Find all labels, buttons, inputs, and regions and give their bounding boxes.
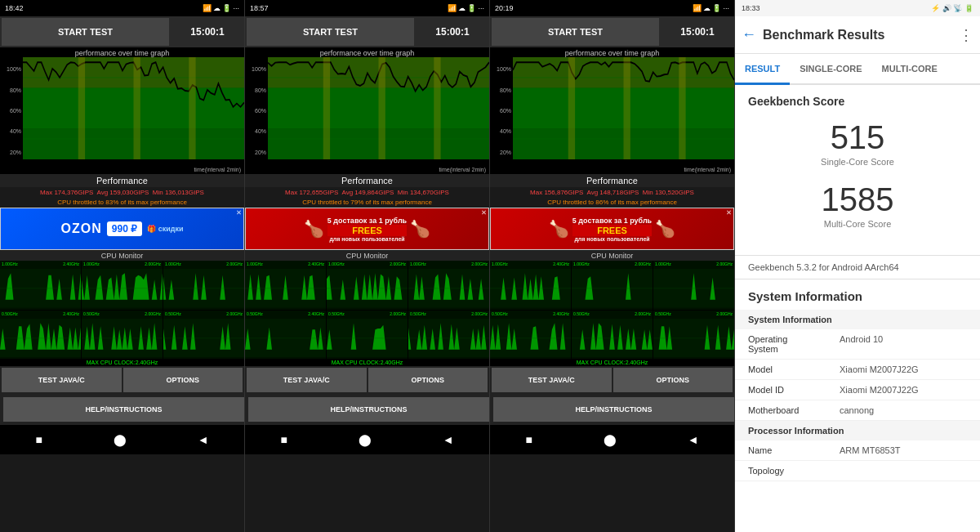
nav-back-icon[interactable]: ◄: [443, 433, 454, 446]
start-test-button[interactable]: START TEST: [247, 18, 414, 46]
cpu-graph-svg: [653, 319, 734, 358]
cpu-core-3: 0.50GHz 2.40GHz: [245, 311, 326, 360]
cpu-graph-svg: [408, 319, 489, 358]
back-button[interactable]: ←: [742, 26, 756, 43]
sys-info-val: ARM MT6853T: [833, 440, 980, 460]
cpu-core-label: 1.00GHz 2.00GHz: [328, 262, 406, 266]
tab-result[interactable]: RESULT: [735, 54, 790, 85]
cpu-core-label: 0.50GHz 2.00GHz: [328, 311, 406, 316]
tab-multi-core[interactable]: MULTI-CORE: [872, 54, 947, 85]
nav-stop-icon[interactable]: ■: [525, 433, 532, 446]
cpu-core-label: 0.50GHz 2.00GHz: [573, 311, 651, 316]
bottom-btns: TEST JAVA/C OPTIONS: [490, 366, 734, 394]
multi-core-score-item: 1585 Multi-Core Score: [748, 183, 967, 229]
perf-title: Performance: [0, 174, 244, 187]
y-label-100: 100%: [247, 66, 266, 72]
options-button[interactable]: OPTIONS: [613, 368, 733, 392]
nav-stop-icon[interactable]: ■: [280, 433, 287, 446]
ad-banner: 🍗 5 доставок за 1 рубль FREES для новых …: [245, 208, 489, 250]
cpu-grid: 1.00GHz 2.40GHz 1.00GHz 2.00GHz: [0, 261, 244, 359]
wifi-icon: 📶: [203, 4, 212, 12]
svg-rect-42: [568, 57, 575, 159]
test-java-button[interactable]: TEST JAVA/C: [492, 368, 612, 392]
perf-stats: Max 172,655GIPS Avg 149,864GIPS Min 134,…: [245, 187, 489, 198]
bench-status-bar: 18:33 ⚡ 🔊 📡 🔋: [735, 0, 980, 16]
throttle-info: CPU throttled to 83% of its max performa…: [0, 198, 244, 207]
cpu-graph-svg: [82, 269, 163, 308]
top-bar: START TEST 15:00:1: [245, 16, 489, 47]
test-java-button[interactable]: TEST JAVA/C: [2, 368, 122, 392]
more-icon: ···: [723, 4, 729, 12]
ad-kfc[interactable]: 🍗 5 доставок за 1 рубль FREES для новых …: [491, 208, 733, 249]
options-button[interactable]: OPTIONS: [368, 368, 488, 392]
wifi-icon: 📶: [693, 4, 702, 12]
nav-home-icon[interactable]: ⬤: [359, 433, 372, 446]
max-clock: MAX CPU CLOCK:2.40GHz: [490, 359, 734, 366]
sys-info-row: Motherboard cannong: [735, 400, 980, 421]
cpu-core-3: 0.50GHz 2.40GHz: [0, 311, 81, 360]
cpu-core-5: 0.50GHz 2.00GHz: [408, 311, 489, 360]
perf-graph-area: performance over time graph 100% 80% 60%…: [245, 47, 489, 174]
sys-info-content: System Information Operating System Andr…: [735, 310, 980, 481]
svg-rect-26: [379, 57, 385, 159]
throttle-info: CPU throttled to 86% of its max performa…: [490, 198, 734, 207]
nav-home-icon[interactable]: ⬤: [604, 433, 617, 446]
cpu-core-3: 0.50GHz 2.40GHz: [490, 311, 571, 360]
cpu-monitor-label: CPU Monitor: [0, 251, 244, 261]
sys-info-key: Topology: [735, 461, 833, 481]
svg-rect-43: [624, 57, 630, 159]
cpu-core-label: 1.00GHz 2.00GHz: [573, 262, 651, 266]
score-section: Geekbench Score 515 Single-Core Score 15…: [735, 85, 980, 255]
cpu-core-4: 0.50GHz 2.00GHz: [82, 311, 163, 360]
sys-info-val: Android 10: [833, 329, 980, 359]
bottom-btns: TEST JAVA/C OPTIONS: [245, 366, 489, 394]
cpu-graph-svg: [490, 269, 571, 308]
y-axis: 100% 80% 60% 40% 20%: [0, 47, 23, 174]
time-label: time(interval 2min): [684, 167, 731, 172]
perf-stats: Max 156,876GIPS Avg 148,718GIPS Min 130,…: [490, 187, 734, 198]
help-button[interactable]: HELP/INSTRUCTIONS: [248, 397, 489, 422]
status-bar: 20:19 📶 ☁ 🔋 ···: [490, 0, 734, 16]
y-label-80: 80%: [247, 87, 266, 93]
tab-single-core[interactable]: SINGLE-CORE: [790, 54, 871, 85]
cpu-core-label: 0.50GHz 2.40GHz: [247, 311, 324, 316]
ad-ozon[interactable]: OZON 990 ₽ 🎁 скидки ✕: [1, 208, 243, 249]
sys-info-val: Xiaomi M2007J22G: [833, 380, 980, 400]
phone-panel-2: 18:57 📶 ☁ 🔋 ··· START TEST 15:00:1 perfo…: [245, 0, 490, 532]
battery-icon: 🔋: [467, 4, 476, 12]
cpu-graph-svg: [490, 319, 571, 358]
start-test-button[interactable]: START TEST: [2, 18, 169, 46]
help-button[interactable]: HELP/INSTRUCTIONS: [493, 397, 734, 422]
status-time: 18:42: [5, 4, 24, 12]
options-button[interactable]: OPTIONS: [123, 368, 243, 392]
cloud-icon: ☁: [458, 4, 466, 12]
cpu-graph-svg: [572, 319, 653, 358]
nav-stop-icon[interactable]: ■: [35, 433, 42, 446]
perf-graph-area: performance over time graph 100% 80% 60%…: [0, 47, 244, 174]
sys-info-val: cannong: [833, 400, 980, 420]
top-bar: START TEST 15:00:1: [490, 16, 734, 47]
nav-home-icon[interactable]: ⬤: [114, 433, 127, 446]
sys-info-section-header: Processor Information: [735, 421, 980, 440]
menu-button[interactable]: ⋮: [959, 26, 973, 44]
status-time: 18:57: [250, 4, 269, 12]
nav-back-icon[interactable]: ◄: [198, 433, 209, 446]
cpu-core-label: 0.50GHz 2.40GHz: [492, 311, 569, 316]
cpu-core-label: 0.50GHz 2.40GHz: [2, 311, 79, 316]
cpu-grid: 1.00GHz 2.40GHz 1.00GHz 2.00GHz: [245, 261, 489, 359]
test-java-button[interactable]: TEST JAVA/C: [247, 368, 367, 392]
timer-display: 15:00:1: [171, 26, 244, 38]
cpu-graph-svg: [245, 319, 326, 358]
cpu-graph-svg: [572, 269, 653, 308]
svg-rect-9: [134, 57, 140, 159]
nav-back-icon[interactable]: ◄: [688, 433, 699, 446]
start-test-button[interactable]: START TEST: [492, 18, 659, 46]
perf-stats: Max 174,376GIPS Avg 159,030GIPS Min 136,…: [0, 187, 244, 198]
wifi-icon: 📶: [448, 4, 457, 12]
sys-info-section-header: System Information: [735, 310, 980, 329]
help-container: HELP/INSTRUCTIONS: [490, 394, 734, 425]
help-button[interactable]: HELP/INSTRUCTIONS: [3, 397, 244, 422]
sys-info-header: System Information: [735, 279, 980, 310]
sys-info-val: Xiaomi M2007J22G: [833, 360, 980, 379]
ad-kfc[interactable]: 🍗 5 доставок за 1 рубль FREES для новых …: [246, 208, 488, 249]
